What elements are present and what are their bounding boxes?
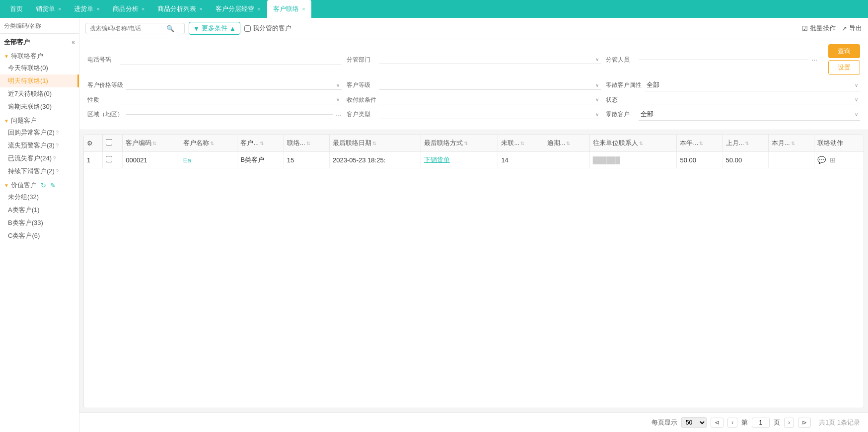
my-customer-checkbox-area[interactable]: 我分管的客户 <box>244 24 291 33</box>
close-icon[interactable]: × <box>58 6 61 12</box>
row-checkbox[interactable] <box>103 152 123 168</box>
batch-operation-button[interactable]: ☑ 批量操作 <box>802 24 836 33</box>
col-this-month[interactable]: 本月...⇅ <box>768 135 814 152</box>
sidebar-item-today-pending[interactable]: 今天待联络(0) <box>0 62 79 74</box>
col-name[interactable]: 客户名称⇅ <box>180 135 237 152</box>
sidebar-item-7day-pending[interactable]: 近7天待联络(0) <box>0 87 79 100</box>
pagination: 每页显示 50 100 200 ⊲ ‹ 第 页 › ⊳ 共1页 1条记录 <box>79 412 868 432</box>
last-page-button[interactable]: ⊳ <box>798 418 811 428</box>
filter-region-label: 区域（地区） <box>87 110 123 119</box>
nav-customer-tier[interactable]: 客户分层经营 × <box>210 0 266 18</box>
filter-manager-dots[interactable]: ··· <box>811 56 817 64</box>
sidebar-item-repurchase-abnormal[interactable]: 回购异常客户(2) ? <box>0 126 79 139</box>
search-input[interactable] <box>90 25 164 32</box>
filter-price-level-label: 客户价格等级 <box>87 81 123 89</box>
filter-retail-attr-select[interactable]: 全部 ∨ <box>645 79 860 91</box>
col-code[interactable]: 客户编码⇅ <box>123 135 180 152</box>
per-page-select[interactable]: 50 100 200 <box>681 417 707 428</box>
first-page-button[interactable]: ⊲ <box>711 418 723 428</box>
sidebar-item-churned[interactable]: 已流失客户(24) ? <box>0 152 79 165</box>
chevron-up-icon: ▲ <box>229 25 236 32</box>
filter-customer-level-select[interactable]: ∨ <box>379 81 601 90</box>
filter-dept-select[interactable]: ∨ <box>379 55 601 64</box>
sidebar-item-tomorrow-pending[interactable]: 明天待联络(1) <box>0 74 79 87</box>
col-settings[interactable]: ⚙ <box>84 135 103 152</box>
nav-product-analysis-list[interactable]: 商品分析列表 × <box>151 0 208 18</box>
more-filter-button[interactable]: ▼ 更多条件 ▲ <box>189 22 240 35</box>
query-button[interactable]: 查询 <box>828 44 860 58</box>
nav-customer-contact[interactable]: 客户联络 × <box>267 0 311 18</box>
filter-row-2: 客户价格等级 ∨ 客户等级 ∨ 零散客户属性 全部 <box>87 79 860 91</box>
col-last-contact-date[interactable]: 最后联络日期⇅ <box>330 135 421 152</box>
prev-page-button[interactable]: ‹ <box>727 418 737 428</box>
sidebar-item-declining[interactable]: 持续下滑客户(2) ? <box>0 165 79 178</box>
col-type[interactable]: 客户...⇅ <box>237 135 284 152</box>
nav-sales-order[interactable]: 销货单 × <box>30 0 67 18</box>
collapse-icon[interactable]: « <box>72 39 75 46</box>
chevron-down-icon: ∨ <box>855 97 858 102</box>
col-last-contact-method[interactable]: 最后联络方式⇅ <box>421 135 498 152</box>
filter-dept-label: 分管部门 <box>347 56 376 64</box>
col-uncontacted[interactable]: 未联...⇅ <box>498 135 544 152</box>
sidebar-item-overdue-pending[interactable]: 逾期未联络(30) <box>0 100 79 113</box>
nav-product-analysis[interactable]: 商品分析 × <box>107 0 150 18</box>
nav-home[interactable]: 首页 <box>4 0 29 18</box>
help-icon[interactable]: ? <box>56 130 59 136</box>
row-name[interactable]: Ea <box>180 152 237 168</box>
nav-purchase-order[interactable]: 进货单 × <box>68 0 105 18</box>
close-icon[interactable]: × <box>142 6 145 12</box>
close-icon[interactable]: × <box>96 6 99 12</box>
close-icon[interactable]: × <box>257 6 260 12</box>
close-icon[interactable]: × <box>302 6 305 12</box>
help-icon[interactable]: ? <box>56 168 59 174</box>
edit-icon[interactable]: ✎ <box>50 182 56 189</box>
col-checkbox[interactable] <box>103 135 123 152</box>
next-page-button[interactable]: › <box>784 418 794 428</box>
export-button[interactable]: ↗ 导出 <box>842 24 862 33</box>
sidebar-item-churn-warning[interactable]: 流失预警客户(3) ? <box>0 139 79 152</box>
row-select-checkbox[interactable] <box>106 156 112 162</box>
sidebar-item-b-class[interactable]: B类客户(33) <box>0 216 79 229</box>
filter-status-select[interactable]: ∨ <box>639 95 860 104</box>
sidebar-item-a-class[interactable]: A类客户(1) <box>0 204 79 216</box>
filter-phone-input[interactable] <box>120 55 342 65</box>
help-icon[interactable]: ? <box>53 155 56 161</box>
col-contact-count[interactable]: 联络...⇅ <box>284 135 329 152</box>
filter-payment: 收付款条件 ∨ <box>347 95 601 104</box>
filter-price-level-select[interactable]: ∨ <box>126 81 342 90</box>
row-company-contact: ██████ <box>589 152 677 168</box>
search-submit-icon[interactable]: 🔍 <box>166 25 174 32</box>
top-nav: 首页 销货单 × 进货单 × 商品分析 × 商品分析列表 × 客户分层经营 × … <box>0 0 868 18</box>
col-overdue[interactable]: 逾期...⇅ <box>544 135 589 152</box>
col-last-month[interactable]: 上月...⇅ <box>723 135 768 152</box>
all-customers-header[interactable]: 全部客户 « <box>0 34 79 49</box>
sidebar-item-c-class[interactable]: C类客户(6) <box>0 229 79 242</box>
export-icon: ↗ <box>842 25 847 32</box>
contact-action-icon[interactable]: 💬 <box>817 156 826 164</box>
filter-customer-type-select[interactable]: ∨ <box>379 110 601 119</box>
col-this-year[interactable]: 本年...⇅ <box>677 135 723 152</box>
sidebar-item-ungrouped[interactable]: 未分组(32) <box>0 191 79 204</box>
reset-button[interactable]: 设置 <box>828 60 860 75</box>
row-last-contact-method[interactable]: 下销货单 <box>421 152 498 168</box>
table-area: ⚙ 客户编码⇅ 客户名称⇅ 客户...⇅ 联络...⇅ 最后联络日期⇅ 最后联络… <box>83 134 864 408</box>
filter-status-label: 状态 <box>606 96 636 104</box>
page-number-input[interactable] <box>752 418 770 428</box>
my-customer-checkbox[interactable] <box>244 25 251 32</box>
filter-region-dots[interactable]: ··· <box>336 111 342 119</box>
select-all-checkbox[interactable] <box>106 139 112 145</box>
customer-table: ⚙ 客户编码⇅ 客户名称⇅ 客户...⇅ 联络...⇅ 最后联络日期⇅ 最后联络… <box>84 135 864 168</box>
row-code: 000021 <box>123 152 180 168</box>
filter-retail-customer-select[interactable]: 全部 ∨ <box>639 108 860 121</box>
filter-payment-select[interactable]: ∨ <box>379 95 601 104</box>
refresh-icon[interactable]: ↻ <box>41 182 46 189</box>
help-icon[interactable]: ? <box>56 143 59 148</box>
sidebar-search-input[interactable] <box>4 22 78 29</box>
close-icon[interactable]: × <box>199 6 202 12</box>
row-index: 1 <box>84 152 103 168</box>
more-action-icon[interactable]: ⊞ <box>830 156 836 164</box>
chevron-down-icon: ∨ <box>595 57 599 62</box>
filter-customer-level: 客户等级 ∨ <box>347 81 601 90</box>
filter-nature-select[interactable]: ∨ <box>120 95 342 104</box>
col-company-contact[interactable]: 往来单位联系人⇅ <box>589 135 677 152</box>
